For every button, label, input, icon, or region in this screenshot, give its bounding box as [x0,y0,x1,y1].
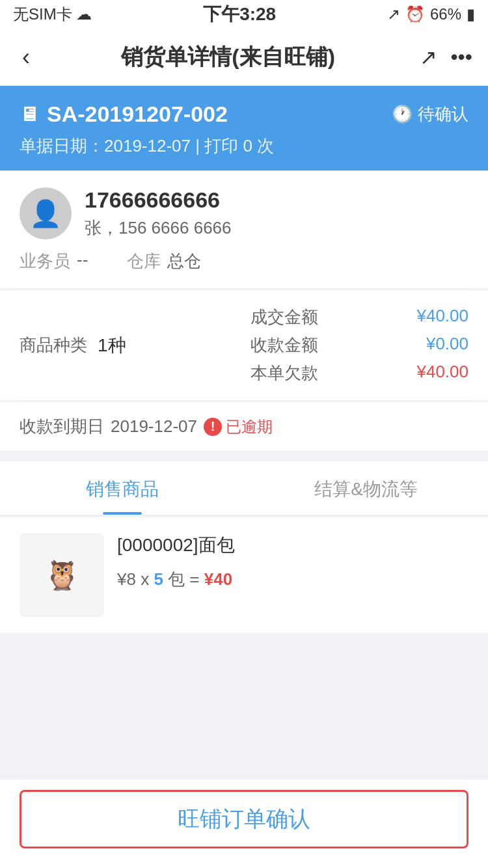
tabs-section: 销售商品 结算&物流等 [0,461,488,516]
status-bar: 无SIM卡 ☁ 下午3:28 ↗ ⏰ 66% ▮ [0,0,488,29]
warehouse-value: 总仓 [167,250,201,273]
bottom-bar: 旺铺订单确认 [0,780,488,868]
due-date-value: 2019-12-07 [111,416,197,437]
customer-phone: 17666666666 [85,187,232,213]
product-item: 🦉 [0000002]面包 ¥8 x 5 包 = ¥40 [20,533,468,617]
amount-label-1: 收款金额 [251,334,318,357]
tab-underline [103,512,142,515]
confirm-order-button[interactable]: 旺铺订单确认 [20,790,468,848]
overdue-text: 已逾期 [226,416,273,437]
total-value: ¥40 [204,569,232,589]
amount-row-0: 成交金额 ¥40.00 [251,306,468,329]
due-date-label: 收款到期日 [20,415,104,438]
category-label: 商品种类 [20,334,87,357]
price-per-unit: ¥8 [117,569,136,589]
avatar-icon: 👤 [29,198,62,229]
tab-sales[interactable]: 销售商品 [0,461,244,515]
nav-actions: ↗ ••• [420,45,472,70]
category-value: 1种 [98,333,126,358]
amount-label-2: 本单欠款 [251,362,318,385]
customer-name: 张，156 6666 6666 [85,217,232,239]
unit-value: 包 [168,569,185,589]
equals-symbol: = [189,569,204,589]
page-title: 销货单详情(来自旺铺) [36,42,420,72]
location-icon: ↗ [387,5,400,23]
overdue-badge: ! 已逾期 [204,416,273,437]
status-right: ↗ ⏰ 66% ▮ [387,5,475,23]
warehouse-item: 仓库 总仓 [127,250,201,273]
product-image: 🦉 [20,533,104,617]
amount-value-1: ¥0.00 [426,334,468,357]
status-time: 下午3:28 [203,2,276,27]
summary-left: 商品种类 1种 [20,306,237,385]
overdue-icon: ! [204,418,222,436]
clock-icon: 🕐 [392,104,413,124]
order-id-row: 🖥 SA-20191207-002 🕐 待确认 [20,102,468,127]
tab-settlement[interactable]: 结算&物流等 [244,461,488,515]
summary-section: 商品种类 1种 成交金额 ¥40.00 收款金额 ¥0.00 本单欠款 ¥40.… [0,290,488,400]
salesperson-value: -- [77,250,88,273]
salesperson-item: 业务员 -- [20,250,88,273]
order-date: 单据日期：2019-12-07 | 打印 0 次 [20,135,468,157]
amount-row-1: 收款金额 ¥0.00 [251,334,468,357]
quantity-value: 5 [154,569,163,589]
amount-row-2: 本单欠款 ¥40.00 [251,362,468,385]
product-owl-icon: 🦉 [44,558,80,592]
warehouse-label: 仓库 [127,250,161,273]
battery-level: 66% [430,5,461,23]
battery-icon: ▮ [467,5,475,23]
product-info: [0000002]面包 ¥8 x 5 包 = ¥40 [117,533,468,617]
amount-label-0: 成交金额 [251,306,318,329]
salesperson-label: 业务员 [20,250,70,273]
more-icon[interactable]: ••• [450,45,472,69]
order-icon: 🖥 [20,103,39,126]
sim-status: 无SIM卡 ☁ [13,4,92,25]
status-left: 无SIM卡 ☁ [13,4,92,25]
avatar: 👤 [20,187,72,239]
amount-value-2: ¥40.00 [416,362,468,385]
product-section: 🦉 [0000002]面包 ¥8 x 5 包 = ¥40 [0,517,488,633]
order-id: 🖥 SA-20191207-002 [20,102,228,127]
share-icon[interactable]: ↗ [420,45,437,70]
customer-row: 👤 17666666666 张，156 6666 6666 [20,187,468,239]
back-button[interactable]: ‹ [16,37,36,77]
order-status: 🕐 待确认 [392,103,468,126]
product-name: [0000002]面包 [117,533,468,558]
divider-2 [20,400,468,401]
customer-meta: 业务员 -- 仓库 总仓 [20,250,468,273]
alarm-icon: ⏰ [405,5,425,23]
multiply-symbol: x [141,569,154,589]
summary-right: 成交金额 ¥40.00 收款金额 ¥0.00 本单欠款 ¥40.00 [251,306,468,385]
product-price-detail: ¥8 x 5 包 = ¥40 [117,568,468,591]
amount-value-0: ¥40.00 [416,306,468,329]
divider-1 [20,288,468,289]
customer-details: 17666666666 张，156 6666 6666 [85,187,232,239]
customer-section: 👤 17666666666 张，156 6666 6666 业务员 -- 仓库 … [0,172,488,288]
due-date-section: 收款到期日 2019-12-07 ! 已逾期 [0,402,488,451]
order-header: 🖥 SA-20191207-002 🕐 待确认 单据日期：2019-12-07 … [0,86,488,170]
nav-bar: ‹ 销货单详情(来自旺铺) ↗ ••• [0,29,488,86]
